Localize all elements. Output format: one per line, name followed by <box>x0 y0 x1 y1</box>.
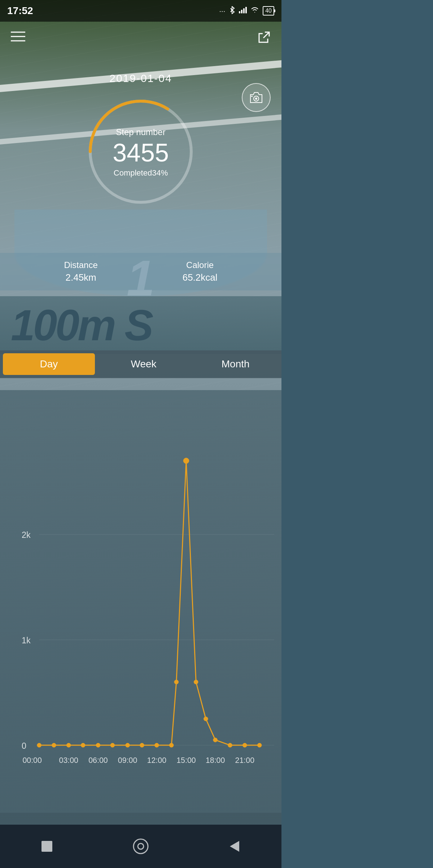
wifi-icon <box>250 7 259 15</box>
chart-line <box>39 461 260 746</box>
distance-stat: Distance 2.45km <box>64 260 97 283</box>
chart-area: 0 1k 2k 00:00 03:00 06:00 09:00 12:00 <box>0 390 281 831</box>
chart-svg: 0 1k 2k 00:00 03:00 06:00 09:00 12:00 <box>22 405 274 784</box>
chart-dot <box>52 743 56 747</box>
chart-dot <box>110 743 115 747</box>
chart-dot <box>213 738 218 742</box>
tab-day[interactable]: Day <box>3 353 95 375</box>
stop-button[interactable] <box>34 834 60 859</box>
x-label-0900: 09:00 <box>118 756 137 765</box>
y-label-1k: 1k <box>22 636 31 645</box>
chart-dot <box>96 743 100 747</box>
svg-point-23 <box>134 839 148 854</box>
distance-value: 2.45km <box>64 272 97 283</box>
status-icons: ··· <box>219 6 274 16</box>
svg-rect-9 <box>245 7 247 13</box>
svg-line-13 <box>263 32 269 38</box>
y-label-0: 0 <box>22 741 26 751</box>
step-completed: Completed34% <box>113 168 169 178</box>
tab-month[interactable]: Month <box>189 350 281 378</box>
chart-dot <box>169 743 174 747</box>
step-count: 3455 <box>113 140 169 165</box>
menu-icon[interactable] <box>11 31 25 46</box>
camera-button[interactable] <box>242 83 271 112</box>
svg-marker-25 <box>230 841 239 852</box>
chart-dot <box>37 743 41 747</box>
chart-dot <box>204 717 208 721</box>
svg-rect-16 <box>251 96 253 97</box>
home-button[interactable] <box>128 834 153 859</box>
status-bar: 17:52 ··· <box>0 0 281 22</box>
svg-point-24 <box>138 843 144 849</box>
y-label-2k: 2k <box>22 530 31 540</box>
step-circle-container: Step number 3455 Completed34% <box>83 94 198 211</box>
tab-week[interactable]: Week <box>98 350 190 378</box>
svg-rect-8 <box>243 8 245 13</box>
share-icon[interactable] <box>258 31 271 46</box>
x-label-0000: 00:00 <box>22 756 42 765</box>
track-100m-area: 100m S <box>0 296 281 354</box>
back-button[interactable] <box>222 834 247 859</box>
x-label-2100: 21:00 <box>235 756 255 765</box>
track-100m-text: 100m S <box>11 303 152 347</box>
chart-dot-peak <box>183 458 189 464</box>
chart-dot <box>174 680 179 684</box>
chart-dot <box>81 743 85 747</box>
bluetooth-icon <box>229 6 235 16</box>
dots-icon: ··· <box>219 7 226 15</box>
x-label-1800: 18:00 <box>206 756 225 765</box>
step-label: Step number <box>113 127 169 137</box>
calorie-label: Calorie <box>183 260 218 270</box>
chart-dot <box>66 743 71 747</box>
chart-dot <box>140 743 144 747</box>
calorie-stat: Calorie 65.2kcal <box>183 260 218 283</box>
date-display: 2019-01-04 <box>109 72 172 85</box>
chart-dot <box>257 743 262 747</box>
tab-bar: Day Week Month <box>0 350 281 378</box>
stats-row: Distance 2.45km 1 Calorie 65.2kcal <box>0 253 281 290</box>
x-label-1500: 15:00 <box>176 756 196 765</box>
signal-icon <box>239 7 247 15</box>
x-label-0600: 06:00 <box>88 756 108 765</box>
chart-dot <box>126 743 130 747</box>
chart-dot <box>243 743 247 747</box>
x-label-0300: 03:00 <box>59 756 79 765</box>
svg-rect-22 <box>41 841 52 852</box>
x-label-1200: 12:00 <box>147 756 167 765</box>
chart-dot <box>228 743 232 747</box>
status-time: 17:52 <box>7 5 33 17</box>
calorie-value: 65.2kcal <box>183 272 218 283</box>
step-circle-content: Step number 3455 Completed34% <box>113 127 169 178</box>
nav-bar <box>0 825 281 868</box>
chart-dot <box>194 680 198 684</box>
chart-dot <box>154 743 159 747</box>
distance-label: Distance <box>64 260 97 270</box>
svg-rect-7 <box>241 10 242 13</box>
svg-rect-6 <box>239 11 240 13</box>
top-nav <box>0 23 281 53</box>
battery-icon: 40 <box>263 6 274 16</box>
svg-point-15 <box>255 98 257 100</box>
